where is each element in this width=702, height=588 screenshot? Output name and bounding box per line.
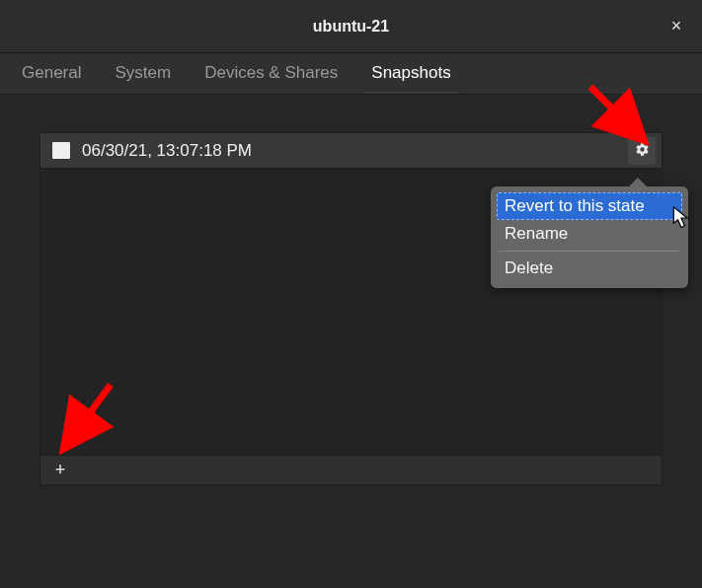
tab-system[interactable]: System bbox=[103, 54, 183, 93]
snapshot-timestamp: 06/30/21, 13:07:18 PM bbox=[82, 141, 252, 161]
toolbar-row: + bbox=[40, 455, 662, 484]
gear-button[interactable] bbox=[628, 137, 656, 165]
window-title: ubuntu-21 bbox=[313, 18, 389, 36]
tab-snapshots[interactable]: Snapshots bbox=[359, 54, 462, 93]
context-menu: Revert to this state Rename Delete bbox=[491, 186, 688, 288]
snapshot-row[interactable]: 06/30/21, 13:07:18 PM bbox=[40, 133, 662, 169]
add-snapshot-button[interactable]: + bbox=[50, 461, 70, 480]
snapshots-panel: 06/30/21, 13:07:18 PM + bbox=[39, 132, 663, 485]
menu-item-delete[interactable]: Delete bbox=[497, 255, 682, 282]
tab-general[interactable]: General bbox=[10, 54, 93, 93]
gear-icon bbox=[635, 142, 650, 160]
menu-separator bbox=[499, 251, 680, 252]
menu-item-rename[interactable]: Rename bbox=[497, 220, 682, 248]
tab-bar: General System Devices & Shares Snapshot… bbox=[0, 53, 702, 95]
titlebar: ubuntu-21 × bbox=[0, 0, 702, 53]
close-button[interactable]: × bbox=[666, 16, 686, 36]
menu-item-revert[interactable]: Revert to this state bbox=[497, 192, 682, 220]
snapshot-thumbnail-icon bbox=[52, 142, 70, 159]
content-area: 06/30/21, 13:07:18 PM + bbox=[0, 95, 702, 511]
tab-devices[interactable]: Devices & Shares bbox=[193, 54, 350, 93]
